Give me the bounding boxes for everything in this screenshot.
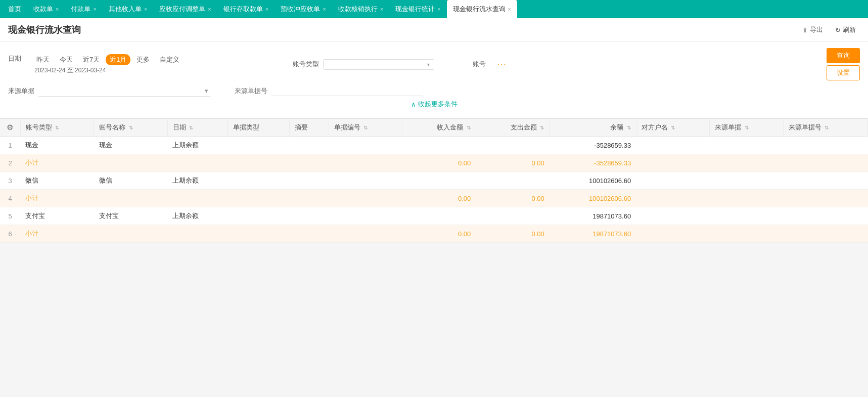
refresh-button[interactable]: ↻ 刷新 [831, 23, 860, 36]
table-cell [228, 154, 289, 172]
close-icon[interactable]: × [56, 6, 59, 12]
table-container: ⚙ 账号类型 ⇅ 账号名称 ⇅ 日期 ⇅ 单据类型 摘要 单据编号 ⇅ 收入金额… [0, 118, 868, 243]
table-cell [167, 225, 228, 243]
table-cell: -3528659.33 [550, 137, 636, 154]
table-row: 3微信微信上期余额100102606.60 [0, 172, 868, 190]
collapse-icon: ∧ [411, 101, 416, 108]
table-cell [228, 137, 289, 154]
table-cell [289, 154, 329, 172]
col-gear[interactable]: ⚙ [0, 119, 20, 137]
col-account-name[interactable]: 账号名称 ⇅ [94, 119, 168, 137]
table-header-row: ⚙ 账号类型 ⇅ 账号名称 ⇅ 日期 ⇅ 单据类型 摘要 单据编号 ⇅ 收入金额… [0, 119, 868, 137]
table-cell [329, 172, 402, 190]
source-doc-wrap: 来源单据 ▾ [8, 85, 210, 97]
account-type-select[interactable]: ▾ [323, 59, 434, 70]
table-cell [710, 154, 784, 172]
col-doc-type: 单据类型 [228, 119, 289, 137]
nav-cash-bank-flow[interactable]: 现金银行流水查询 × [447, 0, 517, 18]
more-dots-icon[interactable]: ··· [497, 60, 507, 69]
col-date[interactable]: 日期 ⇅ [167, 119, 228, 137]
table-cell: 微信 [94, 172, 168, 190]
sort-icon: ⇅ [671, 125, 675, 130]
sort-icon: ⇅ [745, 125, 749, 130]
table-cell: 小计 [20, 190, 94, 207]
sort-icon: ⇅ [627, 125, 631, 130]
table-cell [783, 207, 867, 225]
table-cell [636, 154, 710, 172]
date-more[interactable]: 更多 [132, 54, 154, 65]
source-doc-select[interactable]: ▾ [38, 85, 210, 97]
table-cell [329, 207, 402, 225]
table-cell [710, 207, 784, 225]
table-cell [783, 172, 867, 190]
table-cell: 上期余额 [167, 207, 228, 225]
table-cell: 小计 [20, 225, 94, 243]
table-cell: 支付宝 [20, 207, 94, 225]
col-source-doc[interactable]: 来源单据 ⇅ [710, 119, 784, 137]
col-source-doc-no[interactable]: 来源单据号 ⇅ [783, 119, 867, 137]
col-expense[interactable]: 支出金额 ⇅ [476, 119, 550, 137]
col-account-type[interactable]: 账号类型 ⇅ [20, 119, 94, 137]
nav-home[interactable]: 首页 [2, 0, 27, 18]
query-button[interactable]: 查询 [827, 48, 860, 63]
row-number: 1 [0, 137, 20, 154]
table-cell: 19871073.60 [550, 207, 636, 225]
close-icon[interactable]: × [437, 6, 440, 12]
table-cell [94, 225, 168, 243]
close-icon[interactable]: × [265, 6, 268, 12]
table-cell: 上期余额 [167, 172, 228, 190]
col-balance[interactable]: 余额 ⇅ [550, 119, 636, 137]
date-7days[interactable]: 近7天 [79, 54, 104, 65]
close-icon[interactable]: × [93, 6, 96, 12]
table-row: 6小计0.000.0019871073.60 [0, 225, 868, 243]
row-number: 5 [0, 207, 20, 225]
settings-button[interactable]: 设置 [827, 65, 860, 80]
close-icon[interactable]: × [380, 6, 383, 12]
nav-receipt[interactable]: 收款单 × [27, 0, 65, 18]
table-cell [636, 172, 710, 190]
export-button[interactable]: ⇧ 导出 [798, 23, 827, 36]
date-1month[interactable]: 近1月 [106, 54, 130, 65]
table-cell: 上期余额 [167, 137, 228, 154]
close-icon[interactable]: × [144, 6, 147, 12]
sort-icon: ⇅ [467, 125, 471, 130]
date-range-display: 2023-02-24 至 2023-03-24 [34, 66, 184, 75]
nav-other-income[interactable]: 其他收入单 × [103, 0, 153, 18]
close-icon[interactable]: × [208, 6, 211, 12]
table-cell [228, 190, 289, 207]
table-cell [636, 137, 710, 154]
table-cell [783, 190, 867, 207]
source-doc-no-label: 来源单据号 [235, 86, 267, 96]
col-income[interactable]: 收入金额 ⇅ [402, 119, 476, 137]
table-cell [402, 207, 476, 225]
nav-payment[interactable]: 付款单 × [65, 0, 102, 18]
nav-collection-exec[interactable]: 收款核销执行 × [332, 0, 389, 18]
nav-prepayment[interactable]: 预收冲应收单 × [275, 0, 332, 18]
close-icon[interactable]: × [508, 6, 511, 12]
close-icon[interactable]: × [323, 6, 326, 12]
table-cell [476, 207, 550, 225]
row-number: 2 [0, 154, 20, 172]
filter-area: 日期 昨天 今天 近7天 近1月 更多 自定义 2023-02-24 至 202… [0, 42, 868, 118]
gear-icon[interactable]: ⚙ [7, 123, 13, 131]
row-number: 6 [0, 225, 20, 243]
nav-ar-adjustment[interactable]: 应收应付调整单 × [153, 0, 217, 18]
source-doc-no-input[interactable] [273, 87, 421, 95]
date-yesterday[interactable]: 昨天 [32, 54, 54, 65]
col-doc-no[interactable]: 单据编号 ⇅ [329, 119, 402, 137]
table-cell [783, 137, 867, 154]
table-cell: 100102606.60 [550, 190, 636, 207]
table-cell: 微信 [20, 172, 94, 190]
sort-icon: ⇅ [55, 125, 59, 130]
nav-bank-deposit[interactable]: 银行存取款单 × [217, 0, 275, 18]
nav-cash-bank-stats[interactable]: 现金银行统计 × [389, 0, 446, 18]
filter-row-source: 来源单据 ▾ 来源单据号 [8, 85, 860, 97]
table-row: 4小计0.000.00100102606.60 [0, 190, 868, 207]
table-cell [476, 172, 550, 190]
table-cell: 0.00 [402, 190, 476, 207]
col-counterpart[interactable]: 对方户名 ⇅ [636, 119, 710, 137]
collapse-bar[interactable]: ∧ 收起更多条件 [8, 97, 860, 112]
sort-icon: ⇅ [189, 125, 193, 130]
date-today[interactable]: 今天 [56, 54, 77, 65]
date-custom[interactable]: 自定义 [156, 54, 184, 65]
